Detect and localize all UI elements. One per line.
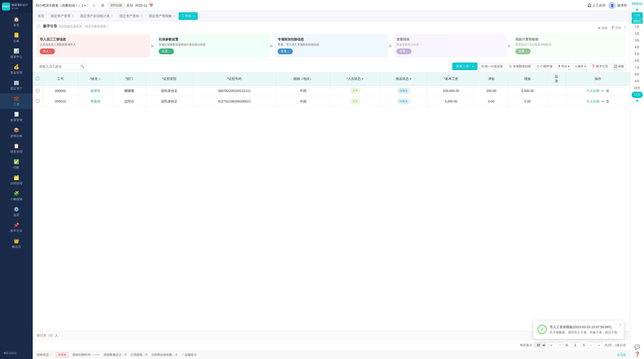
right-panel-month-1[interactable]: 1月 <box>632 24 643 30</box>
th-base-salary: *基本工资 <box>427 72 475 86</box>
right-panel-month-7[interactable]: 7月 <box>632 65 643 71</box>
first-page-button[interactable]: « <box>548 342 555 348</box>
export-button[interactable]: ⬆ 导出 ▾ <box>556 63 571 70</box>
right-panel-month-4[interactable]: 4月 <box>632 44 643 50</box>
social-insurance-button[interactable]: ⚙ 统一社保设置 <box>479 63 505 70</box>
sidebar-item-invoice[interactable]: 🧾 发票管理 <box>0 109 33 125</box>
calendar-icon[interactable]: 📅 <box>149 4 153 7</box>
right-panel-month-8[interactable]: 8月 <box>632 71 643 78</box>
tab-payroll[interactable]: 工资表 × <box>179 12 198 20</box>
last-page-button[interactable]: » <box>596 342 602 348</box>
submit-filter-icon[interactable]: ▼ <box>409 77 412 80</box>
row-checkbox[interactable] <box>36 99 39 103</box>
guide-step-1: 导入员工工资信息 人员信息及工资数据新增导入 导入＞ 1 <box>37 34 150 57</box>
guide-help-link[interactable]: ❓ 帮助 <box>611 26 621 30</box>
select-all-checkbox[interactable] <box>36 77 39 80</box>
gear-icon: ⚙ <box>481 65 484 68</box>
tab-home[interactable]: 首页 <box>35 12 47 20</box>
tab-close-icon[interactable]: × <box>141 14 142 18</box>
sidebar-item-member[interactable]: 👑 畅会员 <box>0 236 33 251</box>
right-panel-month-5[interactable]: 5月 <box>632 51 643 57</box>
guide-button[interactable]: ❓ 新手引导 <box>590 63 610 70</box>
right-panel-month-6[interactable]: 6月 <box>632 58 643 64</box>
tab-detail[interactable]: 固定资产明细账 × <box>146 12 178 20</box>
logo-text: 畅捷通好会计 <box>12 3 28 7</box>
td-extra <box>547 96 566 107</box>
sidebar-item-guide[interactable]: 📌 新手引导 <box>0 220 33 236</box>
sidebar-item-payroll[interactable]: 💼 工资 <box>0 93 33 109</box>
sidebar-item-fixed-assets[interactable]: 🏢 固定资产 <box>0 77 33 93</box>
sidebar-item-home[interactable]: 🏠 首页 <box>0 14 33 30</box>
right-panel-feedback-icon[interactable]: 💬 <box>634 344 640 350</box>
row-checkbox[interactable] <box>36 89 39 92</box>
tab-label: 固定资产折旧统计表 <box>80 14 110 18</box>
sidebar-item-closing[interactable]: ✅ 结账 <box>0 157 33 172</box>
special-deduction-button[interactable]: 📎 专项附加扣除 <box>507 63 533 70</box>
sidebar-item-general-ledger[interactable]: 📒 总账 <box>0 30 33 46</box>
add-employee-button[interactable]: 添加人员 ▾ <box>452 63 477 70</box>
sidebar-item-finance[interactable]: 💰 资金管理 <box>0 62 33 77</box>
delete-icon[interactable]: 🗑 <box>606 89 609 93</box>
employee-name-link[interactable]: 徐泽华 <box>91 89 100 93</box>
account-dropdown-icon: ▾ <box>84 4 86 7</box>
edit-icon[interactable]: ✏ <box>601 99 604 103</box>
th-status-label: *人员状态 <box>346 77 361 81</box>
sidebar-item-tax[interactable]: 📋 税务管理 <box>0 141 33 157</box>
personal-insurance-link[interactable]: 个人社保 <box>586 89 599 93</box>
service-button[interactable]: 🎧 人工咨询 <box>587 3 606 8</box>
status-filter-icon[interactable]: ▼ <box>361 77 364 80</box>
right-panel-year-2023[interactable]: 2023 <box>632 19 643 24</box>
tab-close-icon[interactable]: × <box>72 14 74 18</box>
right-panel-help-icon[interactable]: ❓ <box>634 351 640 357</box>
sort-icon[interactable]: ⇅ <box>98 77 101 81</box>
recharge-link[interactable]: 去充值 <box>617 353 626 357</box>
sidebar-item-label: 固定资产 <box>10 86 22 91</box>
settings-button[interactable]: ⚙ <box>99 2 106 9</box>
tab-category[interactable]: 固定资产类别 × <box>116 12 145 20</box>
cancel-fixed-button[interactable]: ◀取消固定 <box>2 350 31 356</box>
tab-close-icon[interactable]: × <box>111 14 113 18</box>
tab-depreciation[interactable]: 固定资产折旧统计表 × <box>77 12 116 20</box>
operations-label: 操作 <box>578 64 584 69</box>
sidebar-item-archive[interactable]: 🗂️ 归档管理 <box>0 172 33 188</box>
right-panel-month-12[interactable]: 12月 <box>632 12 643 19</box>
right-panel-month-10[interactable]: 10月 <box>632 85 643 91</box>
delete-icon[interactable]: 🗑 <box>606 99 609 103</box>
personal-insurance-link[interactable]: 个人社保 <box>586 99 599 103</box>
edit-icon[interactable]: ✏ <box>601 89 604 93</box>
page-input[interactable] <box>570 342 580 348</box>
sidebar-item-settings[interactable]: ⚙️ 设置 <box>0 204 33 220</box>
employee-name-link[interactable]: 李俊杰 <box>91 99 100 103</box>
sidebar-item-inventory[interactable]: 📦 进销台账 <box>0 125 33 141</box>
tab-fixed-assets[interactable]: 固定资产管理 × <box>48 12 77 20</box>
right-panel-month-11[interactable]: 11月 <box>632 92 643 98</box>
right-panel-up-nav[interactable]: ▲ <box>635 7 640 12</box>
right-panel-month-9[interactable]: 9月 <box>632 78 643 84</box>
tab-close-icon[interactable]: × <box>173 14 175 18</box>
prev-page-button[interactable]: ‹ <box>557 342 563 348</box>
search-input[interactable] <box>39 65 79 68</box>
right-panel-down-nav[interactable]: ▼ <box>635 98 640 104</box>
next-page-button[interactable]: › <box>587 342 594 348</box>
operations-button[interactable]: ≡ 操作 ▾ <box>573 63 588 70</box>
search-icon[interactable]: 🔍 <box>80 65 84 68</box>
right-panel-month-2[interactable]: 2月 <box>632 31 643 37</box>
sidebar-item-reports[interactable]: 📊 报表中心 <box>0 46 33 62</box>
guide-close-button[interactable]: × <box>624 26 626 30</box>
guide-video-link[interactable]: ▶ 视频 <box>598 26 608 30</box>
add-account-button[interactable]: ＋ <box>90 2 97 9</box>
toast-close-button[interactable]: × <box>620 323 622 327</box>
user-info[interactable]: 👤 徐泽华 <box>609 2 627 9</box>
account-selector[interactable]: 刘小艳演示账套（勿删勿动！）1 ▾ <box>36 3 86 8</box>
th-id-type: *证照类型 <box>146 72 193 86</box>
sidebar-item-expense[interactable]: 🧩 小畅报销 <box>0 188 33 204</box>
switch-version-button[interactable]: 切到旧版 <box>108 2 125 9</box>
table-wrapper: 工号 *姓名 ⇅ *部门 *证照类型 *证照号码 国籍（地区） <box>33 72 630 331</box>
total-pages-info: 共1页，2条记录 <box>605 343 626 347</box>
page-size-select[interactable]: 10 20 50 <box>534 342 546 348</box>
remain-label: 当前剩余授权数：0 <box>151 353 177 357</box>
tax-return-button[interactable]: 🗋 个税申报 <box>535 63 554 70</box>
tab-close-icon[interactable]: × <box>193 14 195 18</box>
refresh-button[interactable]: 🔄 刷新 <box>612 63 626 70</box>
right-panel-month-3[interactable]: 3月 <box>632 37 643 44</box>
